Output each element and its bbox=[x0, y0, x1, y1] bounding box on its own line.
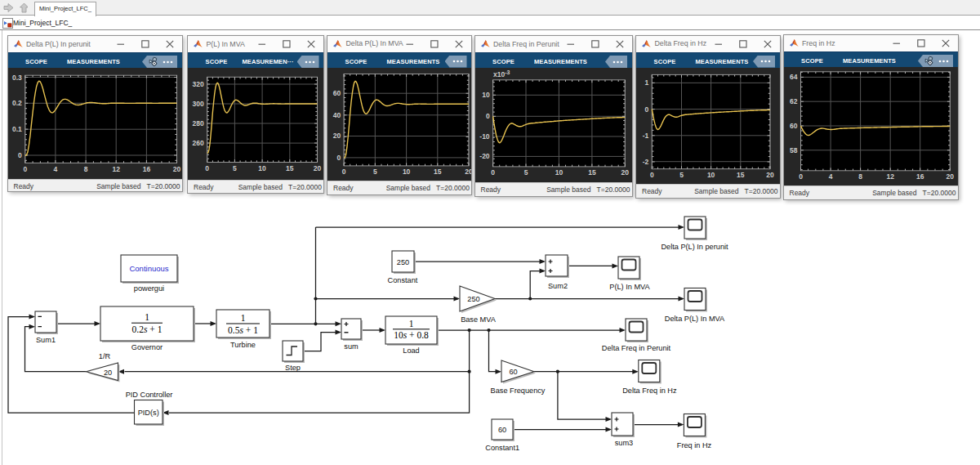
svg-text:1: 1 bbox=[645, 78, 649, 87]
svg-text:1: 1 bbox=[145, 312, 149, 322]
svg-text:20: 20 bbox=[172, 165, 180, 173]
svg-text:58: 58 bbox=[790, 146, 798, 154]
svg-text:0.3: 0.3 bbox=[11, 74, 21, 82]
svg-text:-10: -10 bbox=[479, 132, 490, 141]
svg-text:60: 60 bbox=[509, 368, 517, 376]
svg-text:10: 10 bbox=[258, 164, 266, 172]
svg-text:20: 20 bbox=[766, 171, 774, 179]
svg-text:0.2s + 1: 0.2s + 1 bbox=[132, 324, 163, 334]
svg-text:0: 0 bbox=[342, 168, 346, 176]
svg-text:0: 0 bbox=[18, 151, 22, 159]
svg-text:0: 0 bbox=[645, 105, 649, 113]
svg-text:0: 0 bbox=[336, 153, 341, 161]
svg-text:60: 60 bbox=[790, 122, 798, 130]
svg-text:40: 40 bbox=[333, 110, 341, 118]
svg-text:0: 0 bbox=[650, 171, 654, 179]
svg-text:Delta Freq in Hz: Delta Freq in Hz bbox=[622, 387, 677, 395]
svg-text:280: 280 bbox=[193, 119, 204, 127]
svg-text:Constant1: Constant1 bbox=[485, 444, 519, 452]
svg-text:15: 15 bbox=[286, 164, 294, 172]
svg-text:powergui: powergui bbox=[134, 284, 164, 293]
svg-text:260: 260 bbox=[193, 139, 204, 147]
svg-text:x10-3: x10-3 bbox=[493, 69, 510, 78]
svg-text:15: 15 bbox=[434, 168, 442, 176]
svg-text:10: 10 bbox=[555, 168, 563, 177]
svg-text:8: 8 bbox=[858, 172, 862, 181]
svg-text:Freq in Hz: Freq in Hz bbox=[677, 441, 712, 449]
svg-text:0.5s + 1: 0.5s + 1 bbox=[228, 325, 258, 335]
svg-text:62: 62 bbox=[790, 97, 798, 105]
svg-text:0: 0 bbox=[491, 168, 495, 177]
svg-text:Delta Freq in Perunit: Delta Freq in Perunit bbox=[602, 344, 671, 352]
svg-text:0: 0 bbox=[485, 112, 489, 120]
svg-text:Sum1: Sum1 bbox=[36, 336, 56, 344]
svg-text:20: 20 bbox=[946, 172, 954, 181]
svg-text:Turbine: Turbine bbox=[230, 341, 256, 349]
svg-text:20: 20 bbox=[314, 164, 322, 172]
svg-text:-20: -20 bbox=[479, 152, 490, 160]
svg-text:sum3: sum3 bbox=[615, 439, 633, 447]
svg-text:320: 320 bbox=[193, 80, 204, 88]
svg-text:60: 60 bbox=[498, 426, 506, 434]
svg-text:Base Frequency: Base Frequency bbox=[491, 387, 546, 395]
svg-text:5: 5 bbox=[373, 168, 377, 176]
svg-text:10s + 0.8: 10s + 0.8 bbox=[394, 330, 429, 340]
svg-text:16: 16 bbox=[142, 165, 150, 173]
svg-text:64: 64 bbox=[790, 73, 798, 81]
svg-text:10: 10 bbox=[482, 91, 490, 99]
svg-text:4: 4 bbox=[53, 165, 57, 173]
svg-text:12: 12 bbox=[886, 172, 894, 181]
svg-text:1/R: 1/R bbox=[99, 352, 111, 360]
svg-text:0.1: 0.1 bbox=[11, 125, 21, 133]
svg-text:20: 20 bbox=[104, 369, 112, 377]
svg-text:Governor: Governor bbox=[131, 343, 163, 351]
svg-text:5: 5 bbox=[679, 171, 684, 179]
svg-text:Continuous: Continuous bbox=[129, 264, 168, 273]
svg-text:10: 10 bbox=[403, 168, 411, 176]
svg-text:0: 0 bbox=[205, 164, 209, 172]
svg-text:20: 20 bbox=[465, 168, 471, 176]
svg-text:0: 0 bbox=[23, 165, 27, 173]
svg-text:12: 12 bbox=[112, 165, 120, 173]
svg-text:5: 5 bbox=[233, 164, 237, 172]
svg-text:300: 300 bbox=[193, 100, 204, 108]
svg-text:1: 1 bbox=[409, 319, 414, 329]
svg-text:1: 1 bbox=[241, 313, 246, 323]
svg-text:Delta P(L) In perunit: Delta P(L) In perunit bbox=[661, 243, 728, 251]
svg-text:Constant: Constant bbox=[388, 276, 418, 284]
svg-text:Sum2: Sum2 bbox=[548, 282, 568, 290]
svg-text:60: 60 bbox=[333, 89, 341, 97]
svg-text:20: 20 bbox=[333, 132, 341, 140]
svg-text:16: 16 bbox=[915, 172, 924, 181]
svg-text:Load: Load bbox=[403, 347, 419, 355]
svg-text:15: 15 bbox=[588, 168, 596, 177]
svg-text:P(L) In MVA: P(L) In MVA bbox=[609, 283, 650, 291]
svg-text:250: 250 bbox=[467, 295, 479, 303]
svg-text:Base MVA: Base MVA bbox=[461, 315, 497, 324]
svg-text:4: 4 bbox=[828, 172, 832, 181]
svg-text:0.2: 0.2 bbox=[11, 99, 21, 107]
svg-text:250: 250 bbox=[397, 258, 409, 266]
svg-text:Delta P(L) In MVA: Delta P(L) In MVA bbox=[665, 315, 725, 323]
svg-text:-1: -1 bbox=[643, 131, 649, 139]
svg-text:PID(s): PID(s) bbox=[138, 409, 159, 417]
svg-text:5: 5 bbox=[523, 168, 528, 177]
svg-text:PID Controller: PID Controller bbox=[126, 391, 173, 399]
svg-text:8: 8 bbox=[83, 165, 87, 173]
svg-text:10: 10 bbox=[707, 171, 715, 179]
svg-text:sum: sum bbox=[344, 342, 359, 351]
svg-text:-2: -2 bbox=[643, 157, 649, 165]
svg-text:20: 20 bbox=[621, 168, 629, 177]
svg-text:Step: Step bbox=[285, 364, 301, 372]
svg-text:15: 15 bbox=[737, 171, 745, 179]
svg-text:0: 0 bbox=[799, 172, 803, 181]
